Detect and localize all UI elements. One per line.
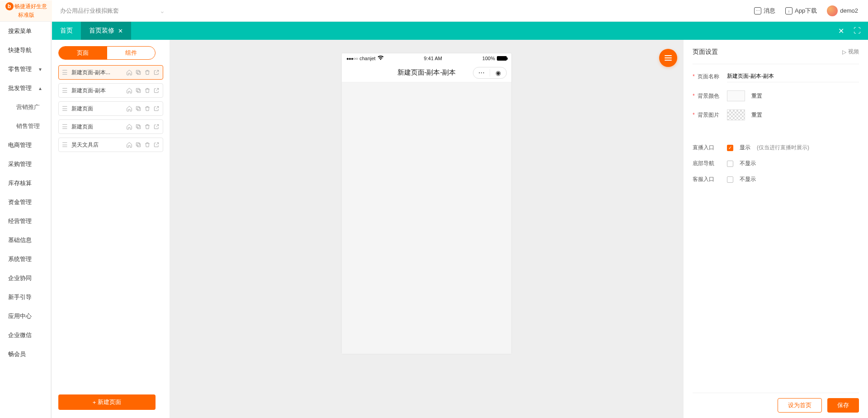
- sidebar-item-purchase[interactable]: 采购管理: [0, 155, 51, 174]
- live-checkbox-label: 显示: [740, 144, 750, 152]
- home-icon[interactable]: [126, 123, 133, 130]
- tabbar-close-button[interactable]: ✕: [835, 24, 847, 37]
- share-icon[interactable]: [153, 87, 160, 94]
- sidebar-item-biz[interactable]: 经营管理: [0, 212, 51, 231]
- sidebar-item-retail[interactable]: 零售管理▼: [0, 60, 51, 79]
- close-tab-icon[interactable]: ✕: [118, 28, 123, 34]
- sidebar-item-wholesale[interactable]: 批发管理▲: [0, 79, 51, 98]
- sidebar-item-guide[interactable]: 新手引导: [0, 288, 51, 307]
- copy-icon[interactable]: [135, 141, 142, 148]
- segment-control: 页面 组件: [58, 46, 156, 60]
- sidebar-item-ecom[interactable]: 电商管理: [0, 136, 51, 155]
- label-live-entry: 直播入口: [693, 144, 714, 151]
- phone-time: 9:41 AM: [424, 56, 442, 61]
- copy-icon[interactable]: [135, 69, 142, 76]
- delete-icon[interactable]: [144, 141, 151, 148]
- page-name: 新建页面: [71, 123, 123, 131]
- video-help-link[interactable]: ▷ 视频: [842, 48, 859, 56]
- message-icon: ⋯: [754, 7, 761, 14]
- tab-decorate[interactable]: 首页装修 ✕: [81, 22, 131, 40]
- page-row[interactable]: ☰ 新建页面-副本...: [58, 65, 163, 80]
- share-icon[interactable]: [153, 123, 160, 130]
- sidebar-item-marketing[interactable]: 营销推广: [0, 98, 51, 117]
- bg-color-swatch[interactable]: [727, 90, 745, 101]
- play-icon: ▷: [842, 49, 846, 55]
- copy-icon[interactable]: [135, 87, 142, 94]
- topbar-right: ⋯ 消息 ↓ App下载 demo2: [754, 5, 868, 16]
- sidebar-item-sales[interactable]: 销售管理: [0, 117, 51, 136]
- set-home-button[interactable]: 设为首页: [778, 398, 822, 413]
- sidebar-item-member[interactable]: 畅会员: [0, 345, 51, 364]
- svg-rect-2: [137, 90, 141, 93]
- label-bottom-nav: 底部导航: [693, 160, 714, 166]
- page-tree-panel: 页面 组件 ☰ 新建页面-副本...: [52, 40, 170, 418]
- home-icon[interactable]: [126, 105, 133, 112]
- settings-title: 页面设置: [693, 48, 718, 56]
- sidebar-item-wechat[interactable]: 企业微信: [0, 326, 51, 345]
- sidebar-item-inventory[interactable]: 库存核算: [0, 174, 51, 193]
- svg-rect-5: [136, 106, 139, 109]
- hamburger-icon: [665, 55, 672, 61]
- bg-color-reset[interactable]: 重置: [751, 92, 762, 100]
- delete-icon[interactable]: [144, 123, 151, 130]
- sidebar-item-corp[interactable]: 企业协同: [0, 269, 51, 288]
- new-page-button[interactable]: + 新建页面: [58, 394, 156, 410]
- bottom-nav-checkbox[interactable]: [727, 161, 733, 167]
- drag-icon[interactable]: ☰: [61, 105, 69, 112]
- sidebar-item-appcenter[interactable]: 应用中心: [0, 307, 51, 326]
- sidebar-item-basic[interactable]: 基础信息: [0, 231, 51, 250]
- segment-component[interactable]: 组件: [107, 47, 156, 59]
- logo[interactable]: b 畅捷通好生意 标准版: [0, 0, 52, 21]
- sidebar-item-system[interactable]: 系统管理: [0, 250, 51, 269]
- delete-icon[interactable]: [144, 87, 151, 94]
- component-drawer-button[interactable]: [659, 49, 677, 67]
- svg-rect-0: [137, 71, 141, 75]
- fullscreen-button[interactable]: ⛶: [851, 24, 863, 37]
- tab-bar: 首页 首页装修 ✕ ✕ ⛶: [52, 22, 868, 40]
- delete-icon[interactable]: [144, 69, 151, 76]
- copy-icon[interactable]: [135, 123, 142, 130]
- chevron-down-icon: ⌄: [160, 7, 165, 14]
- account-selector[interactable]: 办公用品行业模拟账套 ⌄: [52, 7, 173, 15]
- sidebar-item-search[interactable]: 搜索菜单: [0, 22, 51, 41]
- phone-body[interactable]: [342, 82, 511, 354]
- page-name: 新建页面-副本...: [71, 69, 123, 76]
- label-bg-color: 背景颜色: [698, 93, 719, 99]
- avatar: [827, 5, 838, 16]
- delete-icon[interactable]: [144, 105, 151, 112]
- sidebar-item-quicknav[interactable]: 快捷导航: [0, 41, 51, 60]
- user-name: demo2: [840, 7, 858, 14]
- live-checkbox[interactable]: ✓: [727, 145, 733, 151]
- page-row[interactable]: ☰ 新建页面: [58, 119, 163, 134]
- tab-home[interactable]: 首页: [52, 22, 81, 40]
- drag-icon[interactable]: ☰: [61, 141, 69, 148]
- battery-icon: [497, 56, 507, 61]
- drag-icon[interactable]: ☰: [61, 87, 69, 94]
- sidebar-item-funds[interactable]: 资金管理: [0, 193, 51, 212]
- home-icon[interactable]: [126, 69, 133, 76]
- page-row[interactable]: ☰ 新建页面: [58, 101, 163, 116]
- phone-page-title: 新建页面-副本-副本: [397, 68, 456, 77]
- user-menu[interactable]: demo2: [827, 5, 858, 16]
- copy-icon[interactable]: [135, 105, 142, 112]
- page-name-input[interactable]: [727, 71, 859, 82]
- share-icon[interactable]: [153, 69, 160, 76]
- home-icon[interactable]: [126, 141, 133, 148]
- messages-button[interactable]: ⋯ 消息: [754, 7, 775, 15]
- app-download-button[interactable]: ↓ App下载: [785, 7, 817, 15]
- capsule-more-icon[interactable]: ⋯: [473, 69, 490, 76]
- service-checkbox[interactable]: [727, 176, 733, 183]
- bg-image-reset[interactable]: 重置: [751, 111, 762, 119]
- page-row[interactable]: ☰ 昊天文具店: [58, 138, 163, 152]
- save-button[interactable]: 保存: [827, 398, 859, 413]
- segment-page[interactable]: 页面: [59, 47, 107, 59]
- bg-image-swatch[interactable]: [727, 109, 745, 120]
- share-icon[interactable]: [153, 141, 160, 148]
- page-row[interactable]: ☰ 新建页面-副本: [58, 83, 163, 98]
- drag-icon[interactable]: ☰: [61, 69, 69, 76]
- drag-icon[interactable]: ☰: [61, 123, 69, 130]
- share-icon[interactable]: [153, 105, 160, 112]
- label-service-entry: 客服入口: [693, 176, 714, 182]
- capsule-close-icon[interactable]: ◉: [490, 69, 506, 76]
- home-icon[interactable]: [126, 87, 133, 94]
